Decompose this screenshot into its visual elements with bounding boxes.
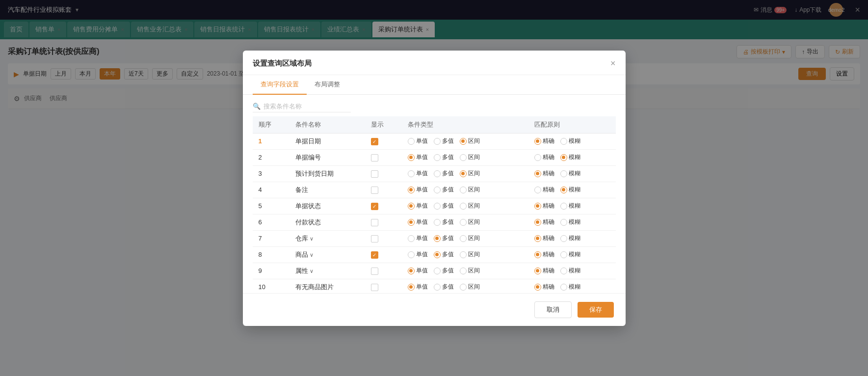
table-row: 10 有无商品图片 单值 多值 区间 精确: [253, 279, 616, 293]
row-order: 3: [259, 170, 262, 177]
row-match-group: 精确 模糊: [534, 153, 610, 161]
row-match-group: 精确 模糊: [534, 169, 610, 178]
row-type-group: 单值 多值 区间: [408, 283, 523, 291]
dialog-footer: 取消 保存: [243, 293, 626, 326]
row-display-checkbox[interactable]: [371, 187, 378, 194]
type-single-radio[interactable]: [408, 138, 415, 145]
row-display-checkbox[interactable]: [371, 154, 378, 161]
row-order: 2: [259, 154, 262, 161]
row-match-group: 精确 模糊: [534, 186, 610, 194]
dialog-search-area: 🔍: [243, 95, 626, 116]
row-display-checkbox[interactable]: [371, 284, 378, 291]
settings-dialog: 设置查询区域布局 × 查询字段设置 布局调整 🔍 顺序: [243, 51, 626, 326]
row-match-group: 精确 模糊: [534, 218, 610, 226]
dialog-close-btn[interactable]: ×: [610, 58, 616, 69]
th-match: 匹配原则: [528, 116, 616, 134]
row-type-group: 单值 多值 区间: [408, 234, 523, 242]
save-btn[interactable]: 保存: [578, 302, 614, 318]
row-display-checkbox[interactable]: [371, 138, 378, 145]
row-order: 7: [259, 235, 262, 242]
row-name: 单据编号: [289, 149, 365, 165]
table-row: 1 单据日期 单值 多值: [253, 133, 616, 149]
table-row: 4 备注 单值 多值 区间 精确: [253, 182, 616, 198]
table-scroll-area[interactable]: 顺序 条件名称 显示 条件类型 匹配原则 1 单据日期: [243, 116, 626, 293]
row-name: 付款状态: [289, 214, 365, 230]
type-range-opt[interactable]: 区间: [460, 137, 480, 145]
row-name: 预计到货日期: [289, 165, 365, 182]
row-display-checkbox[interactable]: [371, 219, 378, 226]
table-row: 9 属性 ∨ 单值 多值 区间 精确: [253, 263, 616, 279]
th-type: 条件类型: [402, 116, 528, 134]
row-type-group: 单值 多值 区间: [408, 186, 523, 194]
row-match-group: 精确 模糊: [534, 137, 610, 145]
table-row: 5 单据状态 单值 多值 区间 精确: [253, 198, 616, 214]
tab-layout-adjust[interactable]: 布局调整: [307, 75, 348, 95]
dialog-tabs: 查询字段设置 布局调整: [243, 75, 626, 95]
expand-icon: ∨: [310, 252, 314, 258]
table-row: 6 付款状态 单值 多值 区间 精确: [253, 214, 616, 230]
table-row: 2 单据编号 单值 多值 区间 精确: [253, 149, 616, 165]
row-type-group: 单值 多值 区间: [408, 267, 523, 275]
row-order: 6: [259, 218, 262, 226]
row-display-checkbox[interactable]: [371, 203, 378, 210]
match-precise-opt[interactable]: 精确: [534, 137, 554, 145]
row-order: 5: [259, 202, 262, 210]
row-type-group: 单值 多值 区间: [408, 218, 523, 226]
fields-table: 顺序 条件名称 显示 条件类型 匹配原则 1 单据日期: [253, 116, 616, 293]
row-type-group: 单值 多值 区间: [408, 250, 523, 259]
table-row: 3 预计到货日期 单值 多值 区间 精确: [253, 165, 616, 182]
row-type-group: 单值 多值 区间: [408, 137, 523, 145]
search-icon: 🔍: [253, 103, 261, 110]
row-order: 4: [259, 186, 262, 193]
row-name: 单据状态: [289, 198, 365, 214]
row-order: 10: [259, 283, 265, 291]
row-name: 有无商品图片: [289, 279, 365, 293]
dialog-header: 设置查询区域布局 ×: [243, 51, 626, 75]
row-match-group: 精确 模糊: [534, 202, 610, 210]
cancel-btn[interactable]: 取消: [534, 301, 572, 318]
row-name: 仓库 ∨: [289, 230, 365, 246]
row-name: 单据日期: [289, 133, 365, 149]
row-type-group: 单值 多值 区间: [408, 202, 523, 210]
row-order: 9: [259, 267, 262, 274]
th-name: 条件名称: [289, 116, 365, 134]
type-multi-radio[interactable]: [434, 138, 441, 145]
table-header-row: 顺序 条件名称 显示 条件类型 匹配原则: [253, 116, 616, 134]
row-order: 1: [259, 137, 262, 145]
type-single-opt[interactable]: 单值: [408, 137, 428, 145]
th-order: 顺序: [253, 116, 289, 134]
match-precise-radio[interactable]: [534, 138, 541, 145]
table-row: 8 商品 ∨ 单值 多值 区间 精确: [253, 246, 616, 263]
expand-icon: ∨: [310, 268, 314, 274]
row-display-checkbox[interactable]: [371, 251, 378, 259]
row-display-checkbox[interactable]: [371, 235, 378, 242]
match-fuzzy-opt[interactable]: 模糊: [560, 137, 580, 145]
row-display-checkbox[interactable]: [371, 170, 378, 178]
row-name: 商品 ∨: [289, 246, 365, 263]
table-row: 7 仓库 ∨ 单值 多值 区间 精确: [253, 230, 616, 246]
type-multi-opt[interactable]: 多值: [434, 137, 454, 145]
row-display-checkbox[interactable]: [371, 268, 378, 275]
search-input[interactable]: [263, 103, 342, 110]
th-display: 显示: [365, 116, 402, 134]
search-wrapper: 🔍: [253, 101, 351, 112]
match-fuzzy-radio[interactable]: [560, 138, 567, 145]
row-name: 备注: [289, 182, 365, 198]
row-order: 8: [259, 251, 262, 258]
row-type-group: 单值 多值 区间: [408, 169, 523, 178]
row-match-group: 精确 模糊: [534, 250, 610, 259]
row-match-group: 精确 模糊: [534, 283, 610, 291]
row-match-group: 精确 模糊: [534, 234, 610, 242]
row-match-group: 精确 模糊: [534, 267, 610, 275]
expand-icon: ∨: [310, 236, 314, 242]
dialog-overlay: 设置查询区域布局 × 查询字段设置 布局调整 🔍 顺序: [0, 0, 868, 376]
dialog-title: 设置查询区域布局: [253, 59, 312, 68]
row-name: 属性 ∨: [289, 263, 365, 279]
tab-query-fields[interactable]: 查询字段设置: [253, 75, 307, 95]
type-range-radio[interactable]: [460, 138, 467, 145]
row-type-group: 单值 多值 区间: [408, 153, 523, 161]
